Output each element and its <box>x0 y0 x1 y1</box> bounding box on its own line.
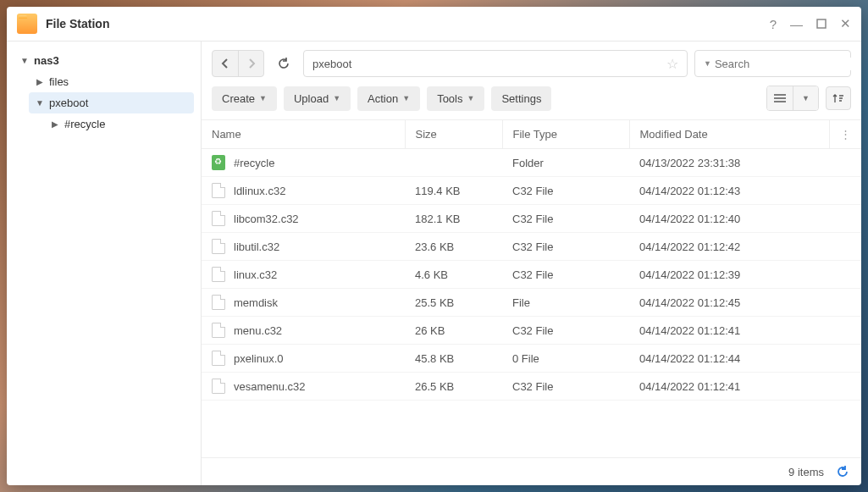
chevron-down-icon: ▼ <box>333 94 340 102</box>
search-input[interactable] <box>715 58 857 70</box>
svg-rect-0 <box>817 19 826 28</box>
table-header-row: Name Size File Type Modified Date ⋮ <box>202 120 861 149</box>
file-name: libcom32.c32 <box>234 213 299 225</box>
file-modified: 04/14/2022 01:12:44 <box>629 345 830 373</box>
search-box[interactable]: ▼ <box>694 50 851 77</box>
file-size: 45.8 KB <box>405 345 502 373</box>
file-modified: 04/14/2022 01:12:41 <box>629 317 830 345</box>
star-icon[interactable]: ☆ <box>666 56 678 72</box>
chevron-down-icon: ▼ <box>402 94 410 102</box>
file-size: 23.6 KB <box>405 233 502 261</box>
view-list-button[interactable] <box>767 86 793 110</box>
table-row[interactable]: libutil.c3223.6 KBC32 File04/14/2022 01:… <box>202 233 861 261</box>
path-box[interactable]: ☆ <box>303 50 688 77</box>
refresh-icon[interactable] <box>836 465 849 478</box>
file-icon <box>212 323 225 338</box>
sort-button[interactable] <box>826 86 851 110</box>
toolbar-actions: Create▼ Upload▼ Action▼ Tools▼ Settings … <box>202 82 861 119</box>
app-title: File Station <box>46 17 770 30</box>
view-dropdown-button[interactable]: ▼ <box>793 86 818 110</box>
file-type: C32 File <box>502 373 629 401</box>
file-type: C32 File <box>502 261 629 289</box>
back-button[interactable] <box>213 51 238 76</box>
file-name: #recycle <box>234 157 274 169</box>
create-button[interactable]: Create▼ <box>212 86 277 111</box>
file-size: 119.4 KB <box>405 177 502 205</box>
file-size: 26 KB <box>405 317 502 345</box>
app-icon <box>17 14 37 34</box>
file-icon <box>212 351 225 366</box>
file-icon <box>212 183 225 198</box>
help-icon[interactable]: ? <box>770 17 777 31</box>
column-type[interactable]: File Type <box>502 120 629 149</box>
upload-button[interactable]: Upload▼ <box>284 86 351 111</box>
file-modified: 04/13/2022 23:31:38 <box>629 149 830 177</box>
tree-root-label: nas3 <box>34 54 59 67</box>
chevron-down-icon: ▼ <box>467 94 475 102</box>
tree-item-label: pxeboot <box>49 97 88 109</box>
tree-item-label: #recycle <box>64 118 105 130</box>
file-type: C32 File <box>502 233 629 261</box>
forward-button[interactable] <box>238 51 263 76</box>
sidebar: ▼ nas3 ▶ files ▼ pxeboot ▶ #recycle <box>7 41 202 485</box>
file-size: 25.5 KB <box>405 289 502 317</box>
titlebar: File Station ? — ✕ <box>7 7 861 41</box>
file-modified: 04/14/2022 01:12:39 <box>629 261 830 289</box>
table-row[interactable]: ldlinux.c32119.4 KBC32 File04/14/2022 01… <box>202 177 861 205</box>
file-name: memdisk <box>234 296 278 309</box>
chevron-down-icon[interactable]: ▼ <box>704 59 711 68</box>
column-menu-icon[interactable]: ⋮ <box>830 120 862 149</box>
action-button[interactable]: Action▼ <box>357 86 420 111</box>
toolbar-nav: ☆ ▼ <box>202 41 861 82</box>
file-size: 26.5 KB <box>405 373 502 401</box>
tree-root[interactable]: ▼ nas3 <box>14 50 194 71</box>
column-modified[interactable]: Modified Date <box>629 120 830 149</box>
file-type: 0 File <box>502 345 629 373</box>
table-row[interactable]: memdisk25.5 KBFile04/14/2022 01:12:45 <box>202 289 861 317</box>
status-bar: 9 items <box>202 457 861 485</box>
chevron-down-icon: ▼ <box>259 94 267 102</box>
folder-icon <box>212 155 225 170</box>
file-icon <box>212 379 225 394</box>
file-size: 4.6 KB <box>405 261 502 289</box>
file-table: Name Size File Type Modified Date ⋮ #rec… <box>202 119 861 457</box>
chevron-right-icon[interactable]: ▶ <box>49 119 61 129</box>
file-type: C32 File <box>502 205 629 233</box>
close-icon[interactable]: ✕ <box>840 16 851 31</box>
table-row[interactable]: linux.c324.6 KBC32 File04/14/2022 01:12:… <box>202 261 861 289</box>
settings-button[interactable]: Settings <box>491 86 551 111</box>
chevron-down-icon[interactable]: ▼ <box>34 98 46 108</box>
file-type: C32 File <box>502 177 629 205</box>
file-modified: 04/14/2022 01:12:40 <box>629 205 830 233</box>
item-count: 9 items <box>788 466 824 478</box>
tree-item-recycle[interactable]: ▶ #recycle <box>44 113 194 135</box>
column-size[interactable]: Size <box>405 120 502 149</box>
chevron-right-icon[interactable]: ▶ <box>34 77 46 86</box>
file-size: 182.1 KB <box>405 205 502 233</box>
file-name: libutil.c32 <box>234 240 279 253</box>
tools-button[interactable]: Tools▼ <box>427 86 484 111</box>
file-icon <box>212 267 225 282</box>
tree-item-files[interactable]: ▶ files <box>29 71 194 92</box>
file-icon <box>212 239 225 254</box>
maximize-icon[interactable] <box>816 19 827 29</box>
table-row[interactable]: libcom32.c32182.1 KBC32 File04/14/2022 0… <box>202 205 861 233</box>
file-name: linux.c32 <box>234 268 277 281</box>
table-row[interactable]: #recycleFolder04/13/2022 23:31:38 <box>202 149 861 177</box>
file-modified: 04/14/2022 01:12:41 <box>629 373 830 401</box>
file-name: pxelinux.0 <box>234 352 284 365</box>
table-row[interactable]: vesamenu.c3226.5 KBC32 File04/14/2022 01… <box>202 373 861 401</box>
minimize-icon[interactable]: — <box>790 17 803 31</box>
file-type: File <box>502 289 629 317</box>
refresh-button[interactable] <box>271 51 296 76</box>
table-row[interactable]: pxelinux.045.8 KB0 File04/14/2022 01:12:… <box>202 345 861 373</box>
file-name: vesamenu.c32 <box>234 380 306 393</box>
table-row[interactable]: menu.c3226 KBC32 File04/14/2022 01:12:41 <box>202 317 861 345</box>
file-modified: 04/14/2022 01:12:43 <box>629 177 830 205</box>
chevron-down-icon[interactable]: ▼ <box>19 56 30 65</box>
path-input[interactable] <box>312 58 666 70</box>
tree-item-pxeboot[interactable]: ▼ pxeboot <box>29 92 194 113</box>
file-name: menu.c32 <box>234 324 282 337</box>
app-window: File Station ? — ✕ ▼ nas3 ▶ files ▼ <box>7 7 861 485</box>
column-name[interactable]: Name <box>202 120 405 149</box>
